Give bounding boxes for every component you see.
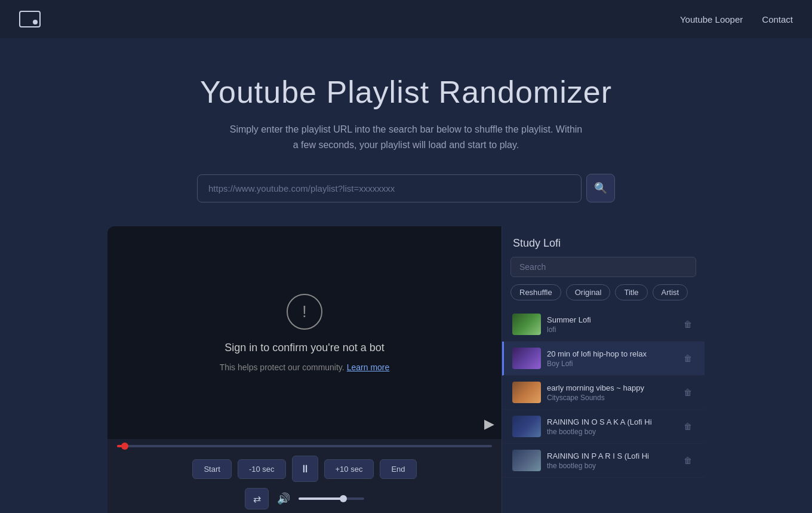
filter-original[interactable]: Original xyxy=(566,284,611,300)
loop-icon: ⇄ xyxy=(253,493,261,505)
hero-title: Youtube Playlist Randomizer xyxy=(12,74,800,110)
progress-bar[interactable] xyxy=(117,445,492,447)
playlist-item-title: Summer Lofi xyxy=(547,315,673,324)
error-icon: ! xyxy=(287,294,322,330)
url-search-button[interactable]: 🔍 xyxy=(586,174,615,202)
player-container: ! Sign in to confirm you're not a bot Th… xyxy=(107,226,705,513)
playlist-item-artist: lofi xyxy=(547,325,673,334)
filter-reshuffle[interactable]: Reshuffle xyxy=(510,284,561,300)
playlist-thumb-raining-osaka xyxy=(512,416,541,437)
delete-button-raining-paris[interactable]: 🗑 xyxy=(679,452,696,469)
volume-icon[interactable]: 🔊 xyxy=(277,492,290,505)
video-frame: ! Sign in to confirm you're not a bot Th… xyxy=(107,226,502,439)
navbar: Youtube Looper Contact xyxy=(0,0,812,38)
playlist-item-title: early morning vibes ~ happy xyxy=(547,383,673,392)
progress-thumb xyxy=(121,443,128,450)
delete-button-20min-lofi[interactable]: 🗑 xyxy=(679,350,696,367)
player-wrapper: ! Sign in to confirm you're not a bot Th… xyxy=(0,226,812,513)
search-bar: 🔍 xyxy=(197,174,615,202)
playlist-item[interactable]: Summer Lofi lofi 🗑 xyxy=(502,308,705,342)
playlist-item-title: RAINING IN O S A K A (Lofi Hi xyxy=(547,417,673,426)
logo-icon[interactable] xyxy=(19,11,41,27)
loop-button[interactable]: ⇄ xyxy=(245,488,269,509)
playlist-title: Study Lofi xyxy=(502,226,705,257)
pause-icon: ⏸ xyxy=(300,463,310,475)
filter-buttons: Reshuffle Original Title Artist xyxy=(502,284,705,308)
nav-links: Youtube Looper Contact xyxy=(680,14,793,24)
playlist-item[interactable]: RAINING IN P A R I S (Lofi Hi the bootle… xyxy=(502,444,705,478)
delete-button-raining-osaka[interactable]: 🗑 xyxy=(679,418,696,435)
minus10-button[interactable]: -10 sec xyxy=(238,459,286,479)
playlist-item[interactable]: RAINING IN O S A K A (Lofi Hi the bootle… xyxy=(502,410,705,444)
playlist-info-raining-osaka: RAINING IN O S A K A (Lofi Hi the bootle… xyxy=(547,417,673,436)
video-controls: Start -10 sec ⏸ +10 sec End ⇄ 🔊 xyxy=(107,439,502,513)
hero-subtitle: Simply enter the playlist URL into the s… xyxy=(227,122,585,152)
playlist-info-summer-lofi: Summer Lofi lofi xyxy=(547,315,673,334)
youtube-logo-icon: ▶ xyxy=(484,416,494,432)
playlist-item-artist: the bootleg boy xyxy=(547,462,673,470)
playlist-info-early-morning: early morning vibes ~ happy Cityscape So… xyxy=(547,383,673,402)
logo-dot xyxy=(33,20,38,24)
playlist-thumb-20min-lofi xyxy=(512,348,541,369)
progress-fill xyxy=(117,445,125,447)
hero-section: Youtube Playlist Randomizer Simply enter… xyxy=(0,38,812,226)
playlist-thumb-raining-paris xyxy=(512,450,541,471)
playlist-items: Summer Lofi lofi 🗑 20 min of lofi hip-ho… xyxy=(502,308,705,513)
end-button[interactable]: End xyxy=(380,459,416,479)
start-button[interactable]: Start xyxy=(192,459,231,479)
playlist-item-title: 20 min of lofi hip-hop to relax xyxy=(547,349,673,358)
video-error-sub: This helps protect our community. xyxy=(220,363,345,372)
playlist-thumb-summer-lofi xyxy=(512,314,541,335)
playlist-search-input[interactable] xyxy=(510,257,696,277)
playlist-item-artist: Boy Lofi xyxy=(547,360,673,368)
playlist-info-raining-paris: RAINING IN P A R I S (Lofi Hi the bootle… xyxy=(547,451,673,470)
video-error-title: Sign in to confirm you're not a bot xyxy=(224,342,385,354)
playlist-item[interactable]: 20 min of lofi hip-hop to relax Boy Lofi… xyxy=(502,342,705,376)
control-buttons: Start -10 sec ⏸ +10 sec End xyxy=(117,456,492,482)
delete-button-summer-lofi[interactable]: 🗑 xyxy=(679,316,696,333)
search-icon: 🔍 xyxy=(594,182,607,195)
learn-more-link[interactable]: Learn more xyxy=(347,363,390,372)
playlist-panel: Study Lofi Reshuffle Original Title Arti… xyxy=(502,226,705,513)
video-section: ! Sign in to confirm you're not a bot Th… xyxy=(107,226,502,513)
playlist-item[interactable]: early morning vibes ~ happy Cityscape So… xyxy=(502,376,705,410)
playlist-info-20min-lofi: 20 min of lofi hip-hop to relax Boy Lofi xyxy=(547,349,673,368)
filter-artist[interactable]: Artist xyxy=(653,284,688,300)
playlist-item-artist: Cityscape Sounds xyxy=(547,394,673,402)
exclamation-icon: ! xyxy=(302,302,307,321)
playlist-thumb-early-morning xyxy=(512,382,541,403)
playlist-item-artist: the bootleg boy xyxy=(547,428,673,436)
filter-title[interactable]: Title xyxy=(615,284,647,300)
delete-button-early-morning[interactable]: 🗑 xyxy=(679,384,696,401)
pause-button[interactable]: ⏸ xyxy=(292,456,318,482)
plus10-button[interactable]: +10 sec xyxy=(324,459,374,479)
url-search-input[interactable] xyxy=(197,174,582,202)
playlist-item-title: RAINING IN P A R I S (Lofi Hi xyxy=(547,451,673,460)
nav-contact[interactable]: Contact xyxy=(762,14,793,24)
nav-youtube-looper[interactable]: Youtube Looper xyxy=(680,14,743,24)
extra-controls: ⇄ 🔊 xyxy=(117,488,492,509)
volume-slider[interactable] xyxy=(299,497,364,500)
